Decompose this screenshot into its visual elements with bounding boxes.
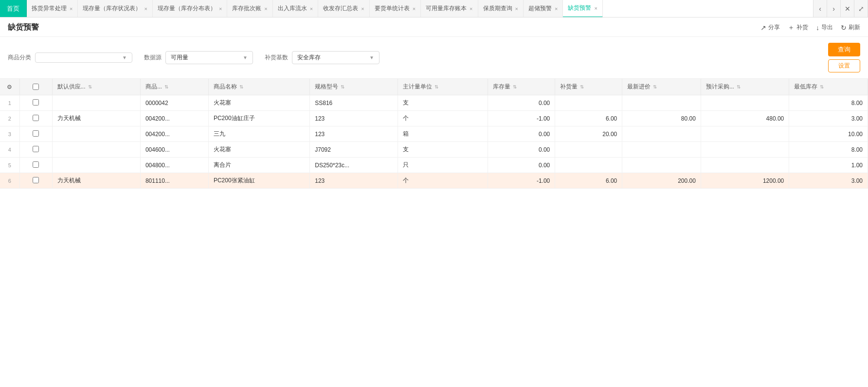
tab-close-btn[interactable]: × <box>264 6 267 12</box>
tab-prev-btn[interactable]: ‹ <box>814 0 827 18</box>
share-button[interactable]: ↗ 分享 <box>760 23 780 32</box>
row-checkbox[interactable] <box>33 177 39 183</box>
export-button[interactable]: ↓ 导出 <box>816 23 833 32</box>
row-checkbox[interactable] <box>33 161 39 168</box>
filter-group-category: 商品分类 ▼ <box>8 53 132 63</box>
restock-button[interactable]: ＋ 补货 <box>788 23 808 32</box>
row-spec: SS816 <box>310 95 398 111</box>
th-stock-label: 库存量 <box>493 83 510 91</box>
tab-item-8[interactable]: 保质期查询× <box>478 0 524 18</box>
row-name: 离合片 <box>208 158 309 173</box>
row-est-purchase <box>701 158 789 173</box>
row-est-purchase <box>701 142 789 158</box>
row-name: 火花塞 <box>208 142 309 158</box>
tab-close-btn[interactable]: × <box>515 6 518 12</box>
row-restock <box>555 142 622 158</box>
restock-base-select[interactable]: 安全库存 ▼ <box>292 51 380 64</box>
tab-item-6[interactable]: 要货单统计表× <box>370 0 421 18</box>
row-checkbox-cell[interactable] <box>19 126 52 142</box>
table-row: 6 力天机械 801110... PC200张紧油缸 123 个 -1.00 6… <box>0 173 868 189</box>
tab-close-btn[interactable]: × <box>361 6 364 12</box>
tab-label: 库存批次账 <box>232 4 261 13</box>
refresh-label: 刷新 <box>849 23 860 32</box>
tab-close-btn[interactable]: × <box>144 6 147 12</box>
tab-close-btn[interactable]: × <box>413 6 416 12</box>
tab-item-2[interactable]: 现存量（库存分布表）× <box>153 0 227 18</box>
select-all-checkbox[interactable] <box>33 84 39 90</box>
th-latest-price: 最新进价 ⇅ <box>622 79 701 95</box>
table-row: 3 004200... 三九 123 箱 0.00 20.00 10.00 <box>0 126 868 142</box>
row-checkbox[interactable] <box>33 130 39 137</box>
row-checkbox-cell[interactable] <box>19 173 52 189</box>
column-settings-icon[interactable]: ⚙ <box>5 84 15 90</box>
row-checkbox-cell[interactable] <box>19 142 52 158</box>
datasource-select-value: 可用量 <box>171 53 239 62</box>
export-label: 导出 <box>821 23 833 32</box>
tab-close-btn[interactable]: × <box>594 5 597 11</box>
row-unit: 只 <box>398 158 488 173</box>
supplier-sort-icon[interactable]: ⇅ <box>88 84 92 89</box>
th-checkbox <box>19 79 52 95</box>
restock-label: 补货 <box>796 23 808 32</box>
stock-sort-icon[interactable]: ⇅ <box>513 84 517 89</box>
tab-bar: 首页 拣货异常处理×现存量（库存状况表）×现存量（库存分布表）×库存批次账×出入… <box>0 0 868 18</box>
category-select[interactable]: ▼ <box>35 53 132 63</box>
restock-base-select-value: 安全库存 <box>297 53 365 62</box>
tab-item-4[interactable]: 出入库流水× <box>273 0 318 18</box>
row-checkbox[interactable] <box>33 99 39 106</box>
code-sort-icon[interactable]: ⇅ <box>164 84 168 89</box>
tab-expand-btn[interactable]: ⤢ <box>854 0 868 18</box>
row-latest-price <box>622 158 701 173</box>
row-unit: 箱 <box>398 126 488 142</box>
row-checkbox-cell[interactable] <box>19 158 52 173</box>
row-restock: 6.00 <box>555 111 622 126</box>
tab-item-9[interactable]: 超储预警× <box>524 0 563 18</box>
tab-next-btn[interactable]: › <box>827 0 841 18</box>
tab-item-1[interactable]: 现存量（库存状况表）× <box>78 0 152 18</box>
filter-group-restock-base: 补货基数 安全库存 ▼ <box>265 51 380 64</box>
tab-close-btn[interactable]: × <box>555 6 558 12</box>
th-gear: ⚙ <box>0 79 19 95</box>
th-name: 商品名称 ⇅ <box>208 79 309 95</box>
tab-label: 缺货预警 <box>568 4 591 12</box>
row-unit: 支 <box>398 142 488 158</box>
query-button[interactable]: 查询 <box>828 43 860 56</box>
row-code: 801110... <box>140 173 208 189</box>
tab-close-btn[interactable]: × <box>470 6 472 12</box>
spec-sort-icon[interactable]: ⇅ <box>341 84 344 89</box>
tab-home[interactable]: 首页 <box>0 0 27 18</box>
datasource-select[interactable]: 可用量 ▼ <box>165 51 253 64</box>
tab-close-btn[interactable]: × <box>310 6 313 12</box>
row-stock: 0.00 <box>488 158 555 173</box>
settings-button[interactable]: 设置 <box>828 59 860 72</box>
restock-sort-icon[interactable]: ⇅ <box>580 84 584 89</box>
tab-close-all-btn[interactable]: ✕ <box>841 0 854 18</box>
table-header-row: ⚙ 默认供应... ⇅ <box>0 79 868 95</box>
tab-close-btn[interactable]: × <box>219 6 222 12</box>
row-checkbox-cell[interactable] <box>19 95 52 111</box>
unit-sort-icon[interactable]: ⇅ <box>434 84 438 89</box>
tab-item-10[interactable]: 缺货预警× <box>563 0 602 18</box>
latest-price-sort-icon[interactable]: ⇅ <box>653 84 657 89</box>
category-label: 商品分类 <box>8 53 31 62</box>
row-number: 6 <box>0 173 19 189</box>
min-stock-sort-icon[interactable]: ⇅ <box>820 84 824 89</box>
row-checkbox[interactable] <box>33 146 39 152</box>
tab-item-0[interactable]: 拣货异常处理× <box>27 0 78 18</box>
tab-item-3[interactable]: 库存批次账× <box>227 0 272 18</box>
row-supplier <box>52 126 140 142</box>
tab-label: 拣货异常处理 <box>32 4 67 13</box>
row-code: 004800... <box>140 158 208 173</box>
row-checkbox-cell[interactable] <box>19 111 52 126</box>
name-sort-icon[interactable]: ⇅ <box>239 84 243 89</box>
refresh-button[interactable]: ↻ 刷新 <box>841 23 860 32</box>
tab-close-btn[interactable]: × <box>70 6 72 12</box>
tab-item-7[interactable]: 可用量库存账本× <box>421 0 478 18</box>
header-actions: ↗ 分享 ＋ 补货 ↓ 导出 ↻ 刷新 <box>760 23 860 32</box>
th-code: 商品... ⇅ <box>140 79 208 95</box>
tab-label: 保质期查询 <box>483 4 512 13</box>
row-checkbox[interactable] <box>33 115 39 121</box>
row-latest-price <box>622 142 701 158</box>
tab-item-5[interactable]: 收发存汇总表× <box>318 0 369 18</box>
est-purchase-sort-icon[interactable]: ⇅ <box>737 84 741 89</box>
